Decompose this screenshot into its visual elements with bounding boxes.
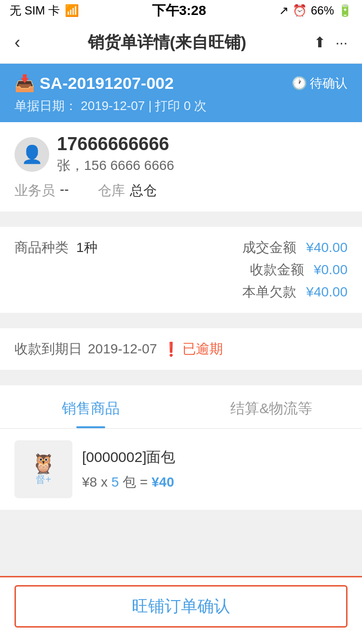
page-title: 销货单详情(来自旺铺) xyxy=(88,31,247,54)
equals-sign: = xyxy=(140,475,152,490)
product-thumbnail: 🦉 督+ xyxy=(14,440,72,498)
product-name: [0000002]面包 xyxy=(82,448,348,467)
product-price-row: ¥8 x 5 包 = ¥40 xyxy=(82,473,348,491)
customer-phone: 17666666666 xyxy=(57,134,174,154)
status-bar-time: 下午3:28 xyxy=(152,1,206,20)
due-section: 收款到期日 2019-12-07 ❗ 已逾期 xyxy=(0,328,362,370)
product-item: 🦉 督+ [0000002]面包 ¥8 x 5 包 = ¥40 xyxy=(0,429,362,510)
brand-icon: 🦉 xyxy=(31,452,56,475)
battery-label: 66% xyxy=(311,4,334,17)
order-number: 📥 SA-20191207-002 xyxy=(14,73,174,93)
wifi-icon: 📶 xyxy=(65,4,79,17)
unit-label: 包 xyxy=(123,475,136,490)
product-info: [0000002]面包 ¥8 x 5 包 = ¥40 xyxy=(82,448,348,491)
overdue-badge: ❗ 已逾期 xyxy=(163,340,223,358)
multiply-sign: x xyxy=(101,475,111,490)
due-date-value: 2019-12-07 xyxy=(88,341,157,357)
warehouse-item: 仓库 总仓 xyxy=(98,182,157,200)
customer-meta: 业务员 -- 仓库 总仓 xyxy=(14,182,348,200)
share-button[interactable]: ⬆ xyxy=(314,34,326,51)
received-value: ¥0.00 xyxy=(314,262,348,278)
deal-amount-row: 成交金额 ¥40.00 xyxy=(242,238,348,257)
salesperson-label: 业务员 xyxy=(14,182,55,200)
overdue-label: 已逾期 xyxy=(182,340,223,358)
print-info: | 打印 0 次 xyxy=(148,98,207,113)
product-section: 🦉 督+ [0000002]面包 ¥8 x 5 包 = ¥40 xyxy=(0,429,362,510)
quantity: 5 xyxy=(111,475,119,490)
received-label: 收款金额 xyxy=(250,261,304,279)
nav-actions: ⬆ ··· xyxy=(314,34,348,51)
customer-avatar: 👤 xyxy=(14,137,49,172)
deal-amount-label: 成交金额 xyxy=(242,238,296,257)
bottom-bar: 旺铺订单确认 xyxy=(0,576,362,644)
product-type-area: 商品种类 1种 xyxy=(14,238,97,257)
tabs-bar: 销售商品 结算&物流等 xyxy=(0,385,362,429)
nav-bar: ‹ 销货单详情(来自旺铺) ⬆ ··· xyxy=(0,21,362,64)
owed-label: 本单欠款 xyxy=(242,283,296,301)
more-button[interactable]: ··· xyxy=(335,34,348,51)
salesperson-item: 业务员 -- xyxy=(14,182,69,200)
date-value: 2019-12-07 xyxy=(81,98,145,113)
customer-name: 张，156 6666 6666 xyxy=(57,156,174,175)
received-amount-row: 收款金额 ¥0.00 xyxy=(250,261,348,279)
back-button[interactable]: ‹ xyxy=(14,32,20,53)
due-date-label: 收款到期日 xyxy=(14,340,82,358)
overdue-icon: ❗ xyxy=(163,341,180,357)
divider-3 xyxy=(0,378,362,385)
unit-price: ¥8 xyxy=(82,475,97,490)
battery-icon: 🔋 xyxy=(338,4,352,17)
deal-amount-value: ¥40.00 xyxy=(306,240,348,255)
order-icon: 📥 xyxy=(14,73,35,93)
status-bar-left: 无 SIM 卡 📶 xyxy=(10,3,79,18)
tab-settlement-logistics-label: 结算&物流等 xyxy=(230,400,312,416)
owed-amount-row: 本单欠款 ¥40.00 xyxy=(242,283,348,301)
order-number-row: 📥 SA-20191207-002 🕐 待确认 xyxy=(14,73,348,93)
order-status: 🕐 待确认 xyxy=(292,75,348,92)
warehouse-value: 总仓 xyxy=(130,182,157,200)
customer-top: 👤 17666666666 张，156 6666 6666 xyxy=(14,134,348,175)
order-number-text: SA-20191207-002 xyxy=(40,74,174,93)
avatar-icon: 👤 xyxy=(21,144,43,165)
warehouse-label: 仓库 xyxy=(98,182,125,200)
confirm-order-button[interactable]: 旺铺订单确认 xyxy=(14,585,348,628)
status-bar: 无 SIM 卡 📶 下午3:28 ↗ ⏰ 66% 🔋 xyxy=(0,0,362,21)
product-type-label: 商品种类 xyxy=(14,238,69,257)
tab-sales-products-label: 销售商品 xyxy=(62,400,120,416)
date-prefix: 单据日期： xyxy=(14,98,77,113)
alarm-icon: ⏰ xyxy=(292,4,307,17)
divider-1 xyxy=(0,219,362,227)
carrier-label: 无 SIM 卡 xyxy=(10,3,60,18)
order-date: 单据日期： 2019-12-07 | 打印 0 次 xyxy=(14,98,348,114)
customer-section: 👤 17666666666 张，156 6666 6666 业务员 -- 仓库 … xyxy=(0,122,362,211)
amount-area: 成交金额 ¥40.00 收款金额 ¥0.00 本单欠款 ¥40.00 xyxy=(242,238,348,301)
order-header: 📥 SA-20191207-002 🕐 待确认 单据日期： 2019-12-07… xyxy=(0,64,362,122)
status-bar-right: ↗ ⏰ 66% 🔋 xyxy=(279,4,352,17)
status-label: 待确认 xyxy=(310,75,348,92)
tab-settlement-logistics[interactable]: 结算&物流等 xyxy=(181,385,362,428)
stats-section: 商品种类 1种 成交金额 ¥40.00 收款金额 ¥0.00 本单欠款 ¥40.… xyxy=(0,227,362,313)
status-clock-icon: 🕐 xyxy=(292,76,307,91)
divider-2 xyxy=(0,321,362,328)
location-icon: ↗ xyxy=(279,4,289,17)
total-price: ¥40 xyxy=(152,475,174,490)
salesperson-value: -- xyxy=(60,182,69,200)
product-type-value: 1种 xyxy=(76,238,97,257)
tab-sales-products[interactable]: 销售商品 xyxy=(0,385,181,428)
brand-sub-label: 督+ xyxy=(36,473,51,486)
owed-value: ¥40.00 xyxy=(306,284,348,300)
